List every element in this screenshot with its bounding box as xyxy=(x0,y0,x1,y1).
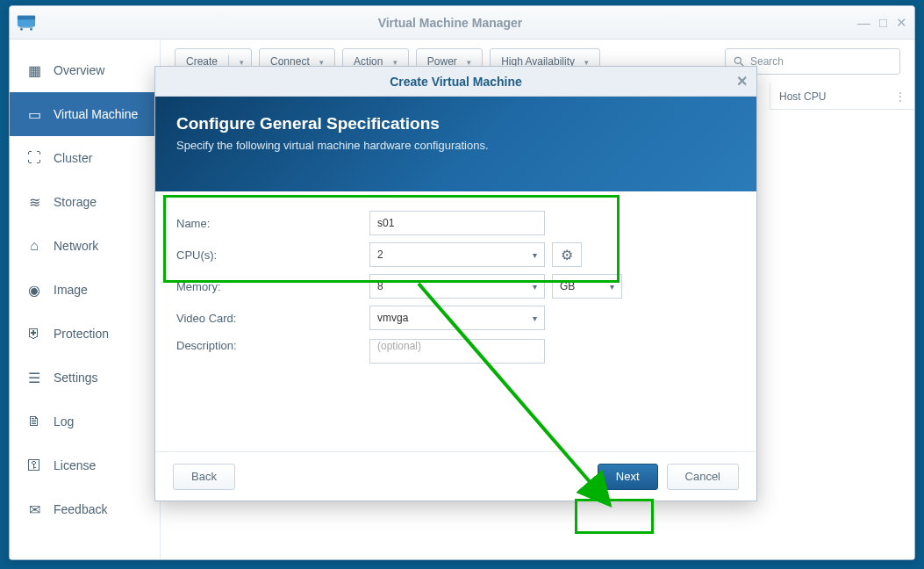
row-video: Video Card: vmvga xyxy=(176,302,735,334)
titlebar: Virtual Machine Manager — □ ✕ xyxy=(10,6,914,40)
minimize-button[interactable]: — xyxy=(857,15,870,31)
dialog-header: Configure General Specifications Specify… xyxy=(155,97,756,191)
cluster-icon: ⛶ xyxy=(25,150,43,166)
sidebar-item-cluster[interactable]: ⛶ Cluster xyxy=(10,136,160,180)
sidebar-item-image[interactable]: ◉ Image xyxy=(10,268,160,312)
name-input[interactable]: s01 xyxy=(369,211,545,235)
memory-unit-value: GB xyxy=(560,280,575,292)
protection-icon: ⛨ xyxy=(25,326,43,342)
sidebar-item-network[interactable]: ⌂ Network xyxy=(10,224,160,268)
label-cpu: CPU(s): xyxy=(176,248,369,262)
column-label: Host CPU xyxy=(779,90,826,103)
sidebar-item-overview[interactable]: ▦ Overview xyxy=(10,48,160,92)
video-select[interactable]: vmvga xyxy=(369,306,545,330)
sidebar-item-settings[interactable]: ☰ Settings xyxy=(10,356,160,400)
image-icon: ◉ xyxy=(25,282,43,299)
dialog-subheading: Specify the following virtual machine ha… xyxy=(176,139,735,152)
next-button[interactable]: Next xyxy=(598,464,658,490)
sidebar-item-license[interactable]: ⚿ License xyxy=(10,443,160,487)
sidebar-item-label: Overview xyxy=(54,63,104,77)
storage-icon: ≋ xyxy=(25,194,43,211)
row-memory: Memory: 8 GB xyxy=(176,270,735,302)
label-memory: Memory: xyxy=(176,280,369,293)
maximize-button[interactable]: □ xyxy=(879,15,887,31)
back-button[interactable]: Back xyxy=(173,464,235,490)
svg-point-5 xyxy=(734,57,741,63)
svg-point-3 xyxy=(30,27,32,30)
sidebar-item-label: Log xyxy=(54,414,74,429)
sidebar-item-label: Protection xyxy=(54,327,109,341)
sidebar-item-label: Storage xyxy=(54,195,97,209)
column-header-hostcpu[interactable]: Host CPU ⋮ xyxy=(770,83,914,110)
memory-select[interactable]: 8 xyxy=(369,274,545,299)
create-vm-dialog: Create Virtual Machine ✕ Configure Gener… xyxy=(154,66,757,501)
sidebar: ▦ Overview ▭ Virtual Machine ⛶ Cluster ≋… xyxy=(10,40,161,559)
close-window-button[interactable]: ✕ xyxy=(896,15,907,31)
vm-icon: ▭ xyxy=(25,106,43,123)
svg-rect-4 xyxy=(20,26,33,27)
app-icon xyxy=(17,13,36,32)
row-cpu: CPU(s): 2 ⚙ xyxy=(176,239,735,270)
license-icon: ⚿ xyxy=(25,457,43,473)
close-dialog-button[interactable]: ✕ xyxy=(736,73,748,90)
settings-icon: ☰ xyxy=(25,370,43,386)
dialog-body: Name: s01 CPU(s): 2 ⚙ Memory: 8 GB Video… xyxy=(155,191,756,451)
sidebar-item-label: Virtual Machine xyxy=(54,107,138,121)
overview-icon: ▦ xyxy=(25,62,43,79)
cpu-value: 2 xyxy=(377,248,383,261)
cpu-select[interactable]: 2 xyxy=(369,242,545,267)
video-value: vmvga xyxy=(377,312,408,324)
sidebar-item-virtual-machine[interactable]: ▭ Virtual Machine xyxy=(10,92,160,136)
sidebar-item-label: Network xyxy=(54,239,98,253)
row-description: Description: xyxy=(176,334,735,364)
gear-icon: ⚙ xyxy=(561,247,573,263)
label-video: Video Card: xyxy=(176,312,369,325)
cpu-settings-button[interactable]: ⚙ xyxy=(552,242,582,267)
memory-value: 8 xyxy=(377,280,383,292)
dialog-title: Create Virtual Machine xyxy=(390,75,522,89)
cancel-button[interactable]: Cancel xyxy=(667,464,739,490)
sidebar-item-label: Image xyxy=(54,283,88,297)
name-value: s01 xyxy=(377,217,394,229)
svg-point-2 xyxy=(20,27,23,30)
more-columns-icon[interactable]: ⋮ xyxy=(895,90,906,103)
description-textarea[interactable] xyxy=(369,339,545,364)
label-description: Description: xyxy=(176,339,369,352)
window-title: Virtual Machine Manager xyxy=(43,16,857,30)
dialog-heading: Configure General Specifications xyxy=(176,114,735,133)
sidebar-item-label: License xyxy=(54,458,96,472)
sidebar-item-label: Cluster xyxy=(54,151,92,165)
sidebar-item-label: Settings xyxy=(54,371,98,385)
sidebar-item-storage[interactable]: ≋ Storage xyxy=(10,180,160,224)
label-name: Name: xyxy=(176,217,369,230)
dialog-titlebar: Create Virtual Machine ✕ xyxy=(155,67,756,97)
network-icon: ⌂ xyxy=(25,238,43,254)
sidebar-item-label: Feedback xyxy=(54,502,107,516)
sidebar-item-log[interactable]: 🗎 Log xyxy=(10,400,160,443)
sidebar-item-feedback[interactable]: ✉ Feedback xyxy=(10,487,160,531)
feedback-icon: ✉ xyxy=(25,501,43,518)
sidebar-item-protection[interactable]: ⛨ Protection xyxy=(10,312,160,356)
log-icon: 🗎 xyxy=(25,414,43,429)
memory-unit-select[interactable]: GB xyxy=(552,274,622,299)
row-name: Name: s01 xyxy=(176,207,735,239)
window-controls: — □ ✕ xyxy=(857,15,907,31)
dialog-footer: Back Next Cancel xyxy=(155,451,756,501)
svg-rect-1 xyxy=(18,15,35,19)
